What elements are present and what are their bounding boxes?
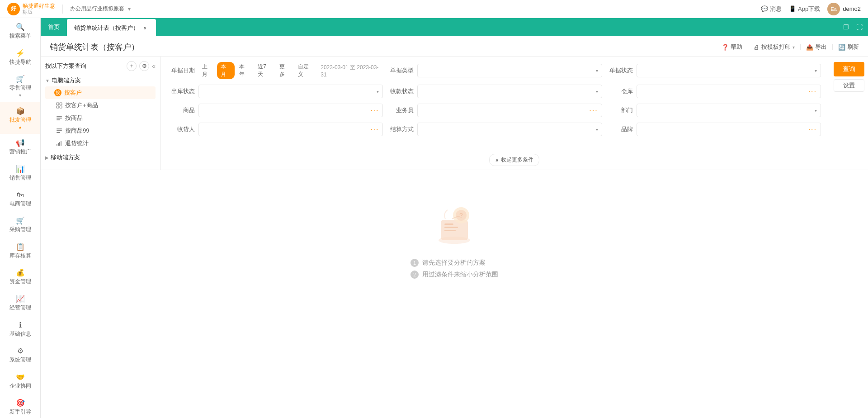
marketing-icon: 📢	[16, 138, 25, 147]
warehouse-label: 仓库	[608, 87, 633, 95]
tip2-num: 2	[410, 271, 419, 279]
title-dropdown-icon[interactable]: ▾	[128, 6, 131, 12]
outstatus-field: 出库状态 ▾	[170, 85, 383, 98]
scheme-item-customer-goods[interactable]: 按客户+商品	[45, 99, 156, 112]
empty-tips: 1 请先选择要分析的方案 2 用过滤条件来缩小分析范围	[410, 259, 498, 279]
desktop-group-arrow: ▼	[45, 78, 50, 83]
sidebar-item-wholesale[interactable]: 📦 批发管理 ▲	[0, 102, 40, 134]
settings-button[interactable]: 设置	[834, 79, 864, 92]
scheme-add-button[interactable]: +	[127, 61, 137, 71]
sidebar-item-basic[interactable]: ℹ 基础信息	[0, 316, 40, 342]
svg-rect-16	[444, 223, 453, 225]
date-tab-more[interactable]: 更多	[276, 62, 293, 79]
receiver-select[interactable]: ···	[198, 123, 383, 136]
date-tab-last7[interactable]: 近7天	[254, 62, 274, 79]
mobile-group-label: 移动端方案	[51, 153, 80, 162]
ordertype-label: 单据类型	[388, 66, 414, 75]
date-tab-thismonth[interactable]: 本月	[217, 62, 235, 79]
bygoods-label: 按商品	[65, 114, 83, 122]
receiver-field: 收货人 ···	[170, 123, 383, 136]
page-header: 销货单统计表（按客户） ❓ 帮助 🖨 按模板打印 ▾	[41, 36, 868, 57]
logo-area[interactable]: 好 畅捷通好生意 标版	[7, 3, 55, 15]
refresh-icon: 🔄	[838, 44, 845, 51]
empty-tip-2: 2 用过滤条件来缩小分析范围	[410, 271, 498, 279]
desktop-group-label: 电脑端方案	[52, 76, 81, 85]
collectstatus-label: 收款状态	[388, 87, 414, 95]
collab-icon: 🤝	[16, 373, 25, 381]
tab-restore-button[interactable]: ❐	[841, 22, 851, 33]
outstatus-select[interactable]: ▾	[198, 85, 383, 98]
tip2-text: 用过滤条件来缩小分析范围	[422, 271, 498, 279]
sidebar-item-ecommerce[interactable]: 🛍 电商管理	[0, 186, 40, 212]
tab-close-button[interactable]: ×	[142, 24, 149, 32]
sidebar-item-operation[interactable]: 📈 经营管理	[0, 290, 40, 316]
user-area[interactable]: Ea demo2	[827, 3, 861, 15]
scheme-item-bygoods[interactable]: 按商品	[45, 112, 156, 124]
sidebar-item-guide[interactable]: 🎯 新手引导	[0, 394, 40, 418]
date-tab-lastmonth[interactable]: 上月	[198, 62, 216, 79]
divider3	[832, 44, 833, 50]
collapse-more-button[interactable]: ∧ 收起更多条件	[489, 154, 539, 166]
orderstatus-label: 单据状态	[608, 66, 633, 75]
tab-maximize-button[interactable]: ⛶	[854, 22, 864, 33]
avatar: Ea	[827, 3, 840, 15]
date-tab-thisyear[interactable]: 本年	[236, 62, 253, 79]
goods-select[interactable]: ···	[198, 104, 383, 117]
query-actions: 查询 设置	[830, 57, 868, 150]
tab-home[interactable]: 首页	[41, 18, 67, 36]
scheme-group-desktop: ▼ 电脑端方案 按 按客户	[45, 75, 156, 150]
brand-select[interactable]: ···	[637, 123, 821, 136]
date-tab-custom[interactable]: 自定义	[294, 62, 317, 79]
quicknav-icon: ⚡	[16, 49, 25, 57]
collectstatus-select[interactable]: ▾	[417, 85, 602, 98]
customer-goods-label: 按客户+商品	[65, 101, 98, 109]
sidebar-item-finance[interactable]: 💰 资金管理	[0, 264, 40, 290]
sidebar-item-system[interactable]: ⚙ 系统管理	[0, 342, 40, 368]
query-button[interactable]: 查询	[834, 62, 864, 76]
help-icon: ❓	[722, 44, 729, 51]
warehouse-select[interactable]: ···	[637, 85, 821, 98]
sidebar-item-sales[interactable]: 📊 销售管理	[0, 160, 40, 186]
ordertype-field: 单据类型 ▾	[388, 64, 602, 77]
logo-text: 畅捷通好生意 标版	[23, 3, 55, 15]
tab-active[interactable]: 销货单统计表（按客户） ×	[67, 19, 156, 37]
sidebar-item-retail[interactable]: 🛒 零售管理 ▼	[0, 70, 40, 102]
date-range-display: 2023-03-01 至 2023-03-31	[321, 64, 383, 78]
tip1-num: 1	[410, 259, 419, 267]
svg-rect-18	[444, 230, 456, 231]
app-download-button[interactable]: 📱 App下载	[789, 5, 820, 13]
scheme-item-bygoods99[interactable]: 按商品99	[45, 124, 156, 137]
guide-icon: 🎯	[16, 399, 25, 407]
goods-dots: ···	[370, 106, 379, 114]
sidebar-item-quicknav[interactable]: ⚡ 快捷导航	[0, 44, 40, 71]
scheme-item-bycustomer[interactable]: 按 按客户	[45, 86, 156, 99]
svg-rect-6	[57, 119, 60, 120]
svg-text:?: ?	[459, 212, 463, 219]
dept-select[interactable]: ▾	[637, 104, 821, 117]
sidebar-item-search[interactable]: 🔍 搜索菜单	[0, 18, 40, 44]
print-button[interactable]: 🖨 按模板打印 ▾	[754, 43, 795, 51]
payment-select[interactable]: ▾	[417, 123, 602, 136]
help-button[interactable]: ❓ 帮助	[722, 43, 742, 51]
ordertype-select[interactable]: ▾	[417, 64, 602, 77]
sidebar-item-purchase[interactable]: 🛒 采购管理	[0, 212, 40, 238]
filter-form: 单据日期 上月 本月 本年 近7天 更多	[160, 57, 830, 150]
orderstatus-select[interactable]: ▾	[637, 64, 821, 77]
sidebar-item-inventory[interactable]: 📋 库存核算	[0, 238, 40, 264]
sidebar-item-collab[interactable]: 🤝 企业协同	[0, 368, 40, 394]
scheme-group-mobile-header[interactable]: ▶ 移动端方案	[45, 152, 156, 163]
scheme-item-returns[interactable]: 退货统计	[45, 137, 156, 150]
sidebar-item-marketing[interactable]: 📢 营销推广	[0, 134, 40, 160]
returns-icon	[56, 140, 62, 147]
page-title: 销货单统计表（按客户）	[50, 42, 139, 52]
refresh-button[interactable]: 🔄 刷新	[838, 43, 859, 51]
scheme-group-desktop-header[interactable]: ▼ 电脑端方案	[45, 75, 156, 86]
message-button[interactable]: 💬 消息	[761, 5, 782, 13]
scheme-collapse-button[interactable]: «	[152, 62, 156, 70]
date-field: 单据日期 上月 本月 本年 近7天 更多	[170, 62, 383, 79]
svg-rect-17	[444, 227, 458, 228]
export-button[interactable]: 📤 导出	[806, 43, 827, 51]
salesman-select[interactable]: ···	[417, 104, 602, 117]
scheme-settings-button[interactable]: ⚙	[139, 61, 149, 71]
tab-bar: 首页 销货单统计表（按客户） × ❐ ⛶	[41, 18, 868, 36]
